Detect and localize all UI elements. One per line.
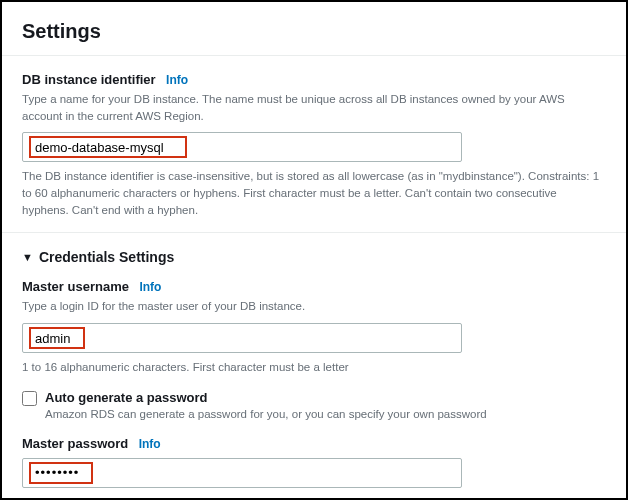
- credentials-section-title: Credentials Settings: [39, 249, 174, 265]
- db-identifier-input[interactable]: [33, 139, 183, 156]
- credentials-section-toggle[interactable]: ▼ Credentials Settings: [22, 249, 606, 265]
- master-password-constraints: Constraints: At least 8 printable ASCII …: [22, 494, 606, 500]
- db-identifier-input-wrap[interactable]: [22, 132, 462, 162]
- master-username-highlight: [29, 327, 85, 349]
- divider: [2, 232, 626, 233]
- db-identifier-help: Type a name for your DB instance. The na…: [22, 91, 606, 124]
- master-password-label: Master password: [22, 436, 128, 451]
- master-username-constraints: 1 to 16 alphanumeric characters. First c…: [22, 359, 606, 376]
- master-username-help: Type a login ID for the master user of y…: [22, 298, 606, 315]
- master-username-input[interactable]: [33, 330, 81, 347]
- master-password-info-link[interactable]: Info: [139, 437, 161, 451]
- divider: [2, 55, 626, 56]
- master-password-highlight: [29, 462, 93, 484]
- auto-generate-label: Auto generate a password: [45, 390, 208, 405]
- db-identifier-constraints: The DB instance identifier is case-insen…: [22, 168, 606, 218]
- master-username-label: Master username: [22, 279, 129, 294]
- master-username-input-wrap[interactable]: [22, 323, 462, 353]
- master-password-input-wrap[interactable]: [22, 458, 462, 488]
- db-identifier-label: DB instance identifier: [22, 72, 156, 87]
- db-identifier-info-link[interactable]: Info: [166, 73, 188, 87]
- auto-generate-checkbox[interactable]: [22, 391, 37, 406]
- db-identifier-highlight: [29, 136, 187, 158]
- page-title: Settings: [22, 20, 606, 43]
- master-username-info-link[interactable]: Info: [139, 280, 161, 294]
- caret-down-icon: ▼: [22, 251, 33, 263]
- auto-generate-sub: Amazon RDS can generate a password for y…: [45, 408, 606, 420]
- master-password-input[interactable]: [33, 464, 89, 481]
